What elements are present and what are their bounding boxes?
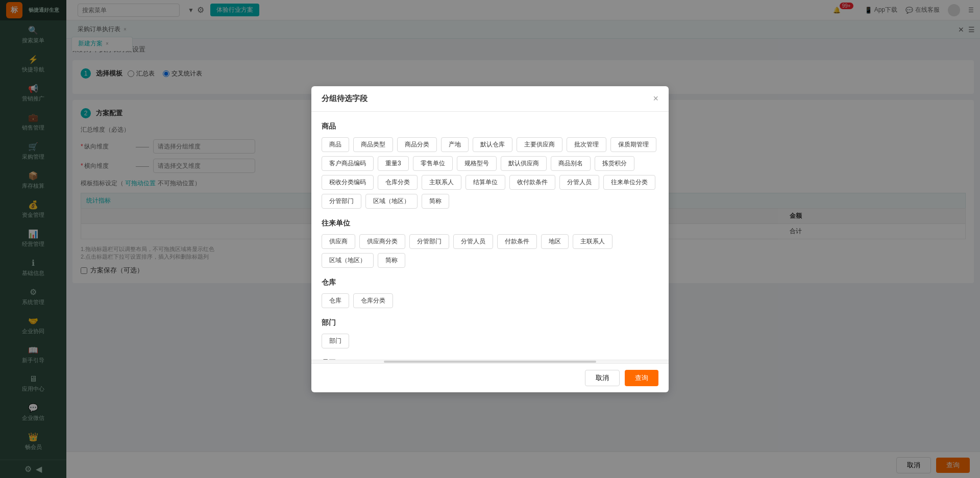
field-tag-0-5[interactable]: 主要供应商 (517, 137, 562, 152)
section-title-0: 商品 (322, 122, 658, 131)
hscroll-thumb (384, 361, 596, 363)
field-tag-1-6[interactable]: 主联系人 (573, 234, 612, 249)
field-tag-0-21[interactable]: 往来单位分类 (603, 175, 655, 190)
field-tag-2-0[interactable]: 仓库 (322, 293, 349, 308)
field-tag-0-6[interactable]: 批次管理 (567, 137, 606, 152)
field-tag-0-23[interactable]: 区域（地区） (365, 194, 418, 209)
field-tag-0-17[interactable]: 主联系人 (422, 175, 461, 190)
modal-footer: 取消 查询 (311, 363, 669, 392)
field-tag-3-0[interactable]: 部门 (322, 334, 349, 348)
section-title-1: 往来单位 (322, 219, 658, 228)
field-tag-0-9[interactable]: 重量3 (378, 156, 409, 171)
field-tag-1-5[interactable]: 地区 (541, 234, 569, 249)
modal-cancel-button[interactable]: 取消 (585, 370, 620, 386)
field-tag-0-13[interactable]: 商品别名 (551, 156, 591, 171)
modal-body[interactable]: 商品商品商品类型商品分类产地默认仓库主要供应商批次管理保质期管理客户商品编码重量… (311, 112, 669, 360)
field-tag-1-7[interactable]: 区域（地区） (322, 253, 374, 268)
field-tag-0-12[interactable]: 默认供应商 (501, 156, 547, 171)
field-tag-0-2[interactable]: 商品分类 (397, 137, 437, 152)
modal-title: 分组待选字段 (322, 94, 368, 104)
field-tag-0-22[interactable]: 分管部门 (322, 194, 361, 209)
modal-header: 分组待选字段 × (311, 86, 669, 112)
field-tag-0-16[interactable]: 仓库分类 (378, 175, 418, 190)
field-tag-0-0[interactable]: 商品 (322, 137, 349, 152)
field-section-1: 往来单位供应商供应商分类分管部门分管人员付款条件地区主联系人区域（地区）简称 (322, 219, 658, 268)
field-tag-0-10[interactable]: 零售单位 (413, 156, 453, 171)
modal-close-icon[interactable]: × (653, 93, 658, 104)
field-section-0: 商品商品商品类型商品分类产地默认仓库主要供应商批次管理保质期管理客户商品编码重量… (322, 122, 658, 209)
modal-confirm-button[interactable]: 查询 (625, 370, 658, 386)
field-tag-1-3[interactable]: 分管人员 (453, 234, 493, 249)
field-tag-0-20[interactable]: 分管人员 (559, 175, 599, 190)
field-tag-1-4[interactable]: 付款条件 (497, 234, 537, 249)
field-tag-0-24[interactable]: 简称 (422, 194, 449, 209)
field-tag-2-1[interactable]: 仓库分类 (353, 293, 393, 308)
field-tag-0-7[interactable]: 保质期管理 (610, 137, 656, 152)
modal-overlay: 分组待选字段 × 商品商品商品类型商品分类产地默认仓库主要供应商批次管理保质期管… (0, 0, 980, 478)
field-section-2: 仓库仓库仓库分类 (322, 278, 658, 308)
field-tag-0-14[interactable]: 拣货积分 (595, 156, 634, 171)
field-tag-0-8[interactable]: 客户商品编码 (322, 156, 374, 171)
field-tag-1-2[interactable]: 分管部门 (409, 234, 449, 249)
field-tag-1-1[interactable]: 供应商分类 (359, 234, 405, 249)
field-tags-0: 商品商品类型商品分类产地默认仓库主要供应商批次管理保质期管理客户商品编码重量3零… (322, 137, 658, 209)
field-tags-2: 仓库仓库分类 (322, 293, 658, 308)
field-tag-0-11[interactable]: 规格型号 (457, 156, 497, 171)
field-tag-0-4[interactable]: 默认仓库 (473, 137, 512, 152)
field-tags-1: 供应商供应商分类分管部门分管人员付款条件地区主联系人区域（地区）简称 (322, 234, 658, 268)
section-title-2: 仓库 (322, 278, 658, 287)
field-tag-0-18[interactable]: 结算单位 (465, 175, 505, 190)
field-tags-3: 部门 (322, 334, 658, 348)
field-tag-0-15[interactable]: 税收分类编码 (322, 175, 374, 190)
field-select-modal: 分组待选字段 × 商品商品商品类型商品分类产地默认仓库主要供应商批次管理保质期管… (311, 86, 669, 392)
section-title-3: 部门 (322, 318, 658, 328)
field-tag-0-1[interactable]: 商品类型 (353, 137, 393, 152)
field-tag-1-0[interactable]: 供应商 (322, 234, 355, 249)
field-section-3: 部门部门 (322, 318, 658, 348)
field-tag-0-19[interactable]: 收付款条件 (509, 175, 555, 190)
field-tag-1-8[interactable]: 简称 (378, 253, 405, 268)
field-tag-0-3[interactable]: 产地 (441, 137, 469, 152)
